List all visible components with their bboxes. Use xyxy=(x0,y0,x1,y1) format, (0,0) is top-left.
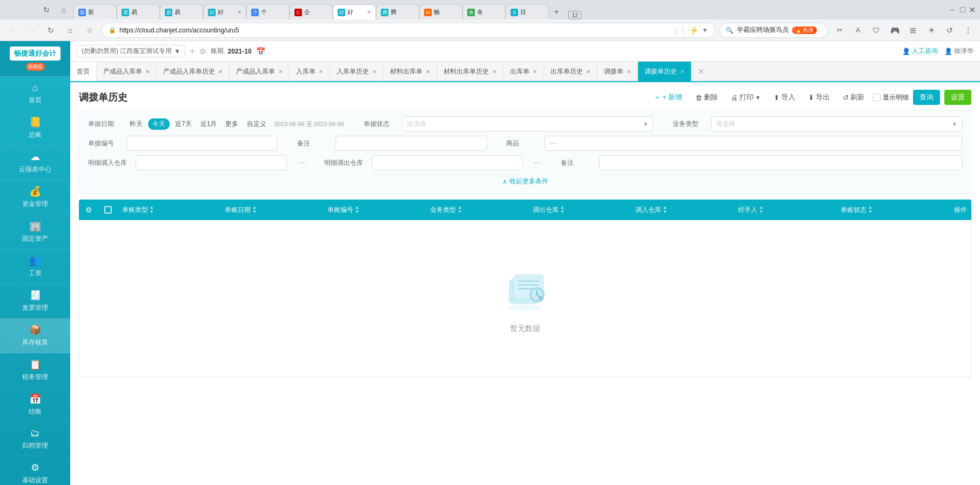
query-btn[interactable]: 查询 xyxy=(913,90,940,105)
tab-transfer-history[interactable]: 调拨单历史 ✕ xyxy=(638,62,692,82)
browser-tab-7[interactable]: 腾 腾 xyxy=(376,4,419,19)
sidebar-item-inventory[interactable]: 📦 库存核算 xyxy=(0,318,70,353)
nav-home-btn[interactable]: ⌂ xyxy=(63,23,78,38)
tab-close-inbound-history[interactable]: ✕ xyxy=(372,69,377,75)
tab-close-outbound-history[interactable]: ✕ xyxy=(586,69,590,75)
more-icon[interactable]: ⋮ xyxy=(961,23,976,38)
th-doc-status[interactable]: 单账状态 ▲▼ xyxy=(836,205,939,215)
sidebar-item-fixed-assets[interactable]: 🏢 固定资产 xyxy=(0,215,70,249)
more-btn[interactable]: 更多 xyxy=(222,118,241,130)
tab-prod-inbound-2[interactable]: 产成品入库单 ✕ xyxy=(230,62,290,82)
yesterday-btn[interactable]: 昨天 xyxy=(126,118,146,130)
th-out-warehouse[interactable]: 调出仓库 ▲▼ xyxy=(528,205,631,215)
browser-tab-2[interactable]: 易 易 xyxy=(117,4,160,19)
browser-tab-10[interactable]: S 目 xyxy=(506,4,549,19)
tab-close-active[interactable]: ✕ xyxy=(367,9,371,15)
browser-tab-3[interactable]: 易 易 xyxy=(160,4,203,19)
tab-close-material-outbound-history[interactable]: ✕ xyxy=(492,69,496,75)
tab-outbound[interactable]: 出库单 ✕ xyxy=(504,62,544,82)
calendar-icon[interactable]: 📅 xyxy=(256,47,265,56)
add-company-btn[interactable]: + xyxy=(190,46,194,56)
sidebar-item-salary[interactable]: 👥 工资 xyxy=(0,249,70,284)
tab-close-prod-inbound-history[interactable]: ✕ xyxy=(218,69,223,75)
tab-prod-inbound[interactable]: 产成品入库单 ✕ xyxy=(97,62,157,82)
biz-type-select[interactable]: 请选择 ▼ xyxy=(711,116,962,131)
nav-reload-btn[interactable]: ↻ xyxy=(43,23,58,38)
browser-home-btn[interactable]: ⌂ xyxy=(56,2,71,17)
sidebar-item-reports[interactable]: ☁ 云报表中心 xyxy=(0,145,70,180)
tab-close-prod-inbound-2[interactable]: ✕ xyxy=(278,69,283,75)
address-box[interactable]: 🔒 https://cloud.chanjet.com/accounting/u… xyxy=(102,23,715,38)
sidebar-item-basic-settings[interactable]: ⚙ 基础设置 xyxy=(0,456,70,485)
user-info[interactable]: 👤 徐泽华 xyxy=(944,46,974,56)
browser-tab-active[interactable]: 好 好 ✕ xyxy=(333,4,376,19)
browser-back-btn[interactable]: ← xyxy=(4,2,19,17)
tab-close-outbound[interactable]: ✕ xyxy=(533,69,537,75)
sidebar-item-archive[interactable]: 🗂 归档管理 xyxy=(0,422,70,456)
tab-close-transfer-history[interactable]: ✕ xyxy=(680,69,684,75)
header-checkbox[interactable] xyxy=(104,206,112,214)
settings-icon[interactable]: ⚙ xyxy=(199,47,206,56)
th-biz-type[interactable]: 业务类型 ▲▼ xyxy=(426,205,528,215)
tab-close-prod-inbound[interactable]: ✕ xyxy=(145,69,150,75)
remark-input[interactable] xyxy=(335,136,487,151)
detail-out-dots[interactable]: ··· xyxy=(534,158,541,168)
company-selector[interactable]: (勿删勿禁用) 江西服宝测试专用 ▼ xyxy=(77,45,185,57)
tab-bar-close-btn[interactable]: ✕ xyxy=(694,67,709,76)
th-checkbox[interactable] xyxy=(98,206,118,214)
nav-forward-btn[interactable]: → xyxy=(24,23,39,38)
nav-back-btn[interactable]: ← xyxy=(4,23,19,38)
tab-close-inbound[interactable]: ✕ xyxy=(319,69,323,75)
grid-icon[interactable]: ⊞ xyxy=(905,23,921,38)
tab-inbound-history[interactable]: 入库单历史 ✕ xyxy=(330,62,384,82)
detail-in-select[interactable] xyxy=(136,155,287,170)
collapse-btn[interactable]: ∧ 收起更多条件 xyxy=(502,175,548,188)
browser-tab-5[interactable]: 个 个 xyxy=(246,4,290,19)
detail-out-select[interactable] xyxy=(372,155,523,170)
window-close-btn[interactable]: ✕ xyxy=(969,5,976,15)
browser-tab-9[interactable]: 各 各 xyxy=(462,4,506,19)
sidebar-item-period-end[interactable]: 📅 结账 xyxy=(0,388,70,422)
window-minimize-btn[interactable]: － xyxy=(948,4,957,16)
tab-inbound[interactable]: 入库单 ✕ xyxy=(290,62,330,82)
sidebar-item-invoice[interactable]: 🧾 发票管理 xyxy=(0,284,70,318)
sidebar-item-tax[interactable]: 📋 税务管理 xyxy=(0,353,70,388)
doc-no-input[interactable] xyxy=(126,136,278,151)
refresh-btn[interactable]: ↺ 刷新 xyxy=(838,90,869,104)
th-handler[interactable]: 经手人 ▲▼ xyxy=(734,205,836,215)
display-checkbox[interactable]: 显示明细 xyxy=(873,93,909,102)
th-gear[interactable]: ⚙ xyxy=(79,205,98,214)
last7-btn[interactable]: 近7天 xyxy=(172,118,195,130)
detail-in-dots[interactable]: ··· xyxy=(298,158,305,168)
today-btn[interactable]: 今天 xyxy=(148,118,170,130)
custom-btn[interactable]: 自定义 xyxy=(244,118,270,130)
browser-tab-4[interactable]: 好 好 ✕ xyxy=(203,4,246,19)
tab-outbound-history[interactable]: 出库单历史 ✕ xyxy=(544,62,598,82)
browser-reload-btn[interactable]: ↻ xyxy=(39,2,54,17)
shield-icon[interactable]: 🛡 xyxy=(869,23,884,38)
translate-icon[interactable]: A xyxy=(850,23,865,38)
status-select[interactable]: 请选择 ▼ xyxy=(402,116,653,131)
new-btn[interactable]: ＋ + 新增 xyxy=(649,90,687,104)
consulting-btn[interactable]: 👤 人工咨询 xyxy=(902,46,938,56)
th-in-warehouse[interactable]: 调入仓库 ▲▼ xyxy=(631,205,734,215)
sidebar-item-home[interactable]: ⌂ 首页 xyxy=(0,77,70,111)
th-doc-date[interactable]: 单账日期 ▲▼ xyxy=(220,205,323,215)
scissors-icon[interactable]: ✂ xyxy=(832,23,847,38)
browser-tab-8[interactable]: M 畅 xyxy=(419,4,462,19)
th-doc-no[interactable]: 单账编号 ▲▼ xyxy=(323,205,426,215)
history-icon[interactable]: ↺ xyxy=(942,23,957,38)
import-btn[interactable]: ⬆ 导入 xyxy=(769,90,800,104)
search-box[interactable]: 🔍 学霸应聘场驱鸟员 🔥 热搜 xyxy=(720,23,828,38)
window-maximize-btn[interactable]: □ xyxy=(960,5,965,15)
export-btn[interactable]: ⬇ 导出 xyxy=(804,90,834,104)
th-doc-type[interactable]: 单账类型 ▲▼ xyxy=(118,205,220,215)
settings-btn[interactable]: 设置 xyxy=(944,90,971,105)
gamepad-icon[interactable]: 🎮 xyxy=(887,23,902,38)
new-tab-button[interactable]: + xyxy=(549,4,564,19)
goods-select[interactable]: ··· xyxy=(545,136,962,151)
print-btn[interactable]: 🖨 打印 ▼ xyxy=(727,90,765,104)
browser-tab-1[interactable]: 新 新 xyxy=(73,4,117,19)
last-month-btn[interactable]: 近1月 xyxy=(197,118,220,130)
sidebar-item-ledger[interactable]: 📒 总账 xyxy=(0,111,70,145)
